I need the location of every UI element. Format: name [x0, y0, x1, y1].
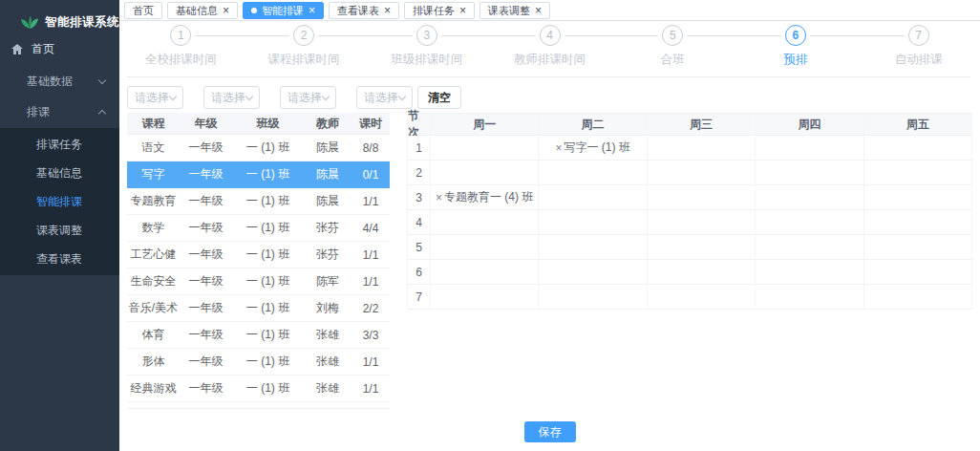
sidebar-subitem-0[interactable]: 排课任务 [0, 130, 119, 159]
course-cell: 工艺心健 [127, 247, 180, 263]
sidebar-subitem-3[interactable]: 课表调整 [0, 216, 119, 245]
sidebar: 智能排课系统 首页 基础数据 排课 排课任务基础信息智能排课课表调整查看课表 [0, 0, 119, 451]
filter-select-1[interactable]: 请选择 [127, 86, 183, 109]
course-row[interactable]: 写字一年级一 (1) 班陈晨0/1 [127, 161, 390, 188]
close-icon[interactable]: × [309, 6, 315, 15]
schedule-cell[interactable] [756, 260, 863, 285]
course-cell: 一年级 [180, 140, 232, 156]
schedule-cell[interactable] [756, 285, 863, 310]
close-icon[interactable]: × [384, 6, 391, 15]
course-row[interactable]: 音乐/美术一年级一 (1) 班刘梅2/2 [127, 295, 390, 322]
schedule-cell[interactable] [431, 210, 539, 235]
schedule-cell[interactable] [648, 235, 756, 260]
tab-5[interactable]: 课表调整× [479, 2, 550, 19]
schedule-cell[interactable] [864, 185, 972, 210]
course-row[interactable]: 经典游戏一年级一 (1) 班张雄1/1 [127, 376, 390, 402]
tab-0[interactable]: 首页 [124, 2, 162, 19]
schedule-cell[interactable] [756, 185, 863, 210]
course-cell: 一年级 [180, 166, 232, 183]
course-cell: 陈军 [304, 273, 352, 290]
schedule-cell[interactable] [539, 285, 647, 310]
close-icon[interactable]: × [535, 6, 542, 15]
course-cell: 1/1 [352, 382, 390, 396]
schedule-cell[interactable] [756, 136, 863, 161]
remove-icon[interactable]: × [436, 191, 442, 204]
period-cell: 7 [408, 285, 431, 310]
course-row[interactable]: 数学一年级一 (1) 班张芬4/4 [127, 215, 390, 242]
schedule-cell[interactable] [648, 185, 756, 210]
course-row[interactable]: 语文一年级一 (1) 班陈晨8/8 [127, 135, 390, 161]
schedule-event: ×专题教育一 (4) 班 [436, 189, 533, 205]
close-icon[interactable]: × [223, 6, 229, 15]
sidebar-item-label: 首页 [32, 41, 54, 57]
sidebar-subitem-1[interactable]: 基础信息 [0, 159, 119, 187]
sidebar-subitem-2[interactable]: 智能排课 [0, 187, 119, 216]
schedule-cell[interactable] [431, 136, 539, 161]
save-button[interactable]: 保存 [524, 421, 576, 442]
schedule-cell[interactable] [864, 210, 972, 235]
sidebar-group-label: 排课 [27, 104, 50, 120]
course-row[interactable]: 专题教育一年级一 (1) 班陈晨1/1 [127, 188, 390, 215]
schedule-cell[interactable] [539, 210, 647, 235]
schedule-cell[interactable] [756, 161, 863, 185]
remove-icon[interactable]: × [555, 141, 562, 155]
tab-3[interactable]: 查看课表× [329, 2, 399, 19]
tab-4[interactable]: 排课任务× [404, 2, 475, 19]
schedule-cell[interactable] [539, 260, 647, 285]
tab-label: 排课任务 [413, 4, 455, 18]
step-6: 6预排 [735, 25, 858, 69]
schedule-cell[interactable] [864, 285, 972, 310]
course-row[interactable]: 形体一年级一 (1) 班张雄1/1 [127, 349, 390, 376]
close-icon[interactable]: × [459, 6, 466, 15]
schedule-cell[interactable] [864, 136, 972, 161]
tab-label: 基础信息 [176, 4, 218, 18]
sidebar-item-home[interactable]: 首页 [0, 36, 119, 61]
schedule-cell[interactable] [648, 260, 756, 285]
course-row[interactable]: 工艺心健一年级一 (1) 班张芬1/1 [127, 242, 390, 268]
course-cell: 8/8 [352, 141, 390, 155]
step-number: 4 [540, 25, 561, 46]
schedule-cell[interactable] [648, 210, 756, 235]
filter-select-4[interactable]: 请选择 [356, 86, 413, 109]
schedule-cell[interactable] [431, 260, 539, 285]
filter-selects: 请选择请选择请选择请选择 [127, 86, 413, 109]
filter-bar: 请选择请选择请选择请选择 清空 [127, 86, 461, 109]
course-cell: 一年级 [180, 247, 232, 263]
schedule-cell[interactable] [539, 161, 647, 185]
step-label: 合班 [661, 52, 685, 68]
schedule-cell[interactable]: ×专题教育一 (4) 班 [431, 185, 539, 210]
schedule-cell[interactable] [648, 285, 756, 310]
schedule-cell[interactable] [864, 260, 972, 285]
sidebar-subitem-4[interactable]: 查看课表 [0, 245, 119, 273]
course-cell: 张雄 [304, 354, 352, 370]
schedule-cell[interactable] [648, 161, 756, 185]
chevron-down-icon [398, 92, 406, 99]
schedule-cell[interactable] [756, 210, 863, 235]
course-cell: 陈晨 [304, 140, 352, 156]
step-label: 全校排课时间 [145, 52, 217, 68]
schedule-cell[interactable] [431, 161, 539, 185]
course-cell: 一年级 [180, 193, 232, 209]
schedule-cell[interactable]: ×写字一 (1) 班 [539, 136, 647, 161]
clear-button[interactable]: 清空 [417, 86, 461, 109]
schedule-cell[interactable] [431, 285, 539, 310]
course-row[interactable]: 体育一年级一 (1) 班张雄3/3 [127, 322, 390, 349]
schedule-cell[interactable] [864, 161, 972, 185]
course-row[interactable]: 生命安全一年级一 (1) 班陈军1/1 [127, 268, 390, 295]
schedule-cell[interactable] [431, 235, 539, 260]
filter-select-3[interactable]: 请选择 [280, 86, 336, 109]
schedule-cell[interactable] [539, 185, 647, 210]
schedule-cell[interactable] [756, 235, 863, 260]
schedule-cell[interactable] [648, 136, 756, 161]
sidebar-group-scheduling[interactable]: 排课 [0, 99, 119, 124]
filter-select-2[interactable]: 请选择 [203, 86, 260, 109]
schedule-cell[interactable] [539, 235, 647, 260]
schedule-column-header: 周一 [431, 114, 539, 136]
course-cell: 1/1 [352, 195, 390, 208]
schedule-cell[interactable] [864, 235, 972, 260]
tab-1[interactable]: 基础信息× [167, 2, 238, 19]
period-cell: 1 [408, 136, 431, 161]
course-cell: 张雄 [304, 327, 352, 343]
tab-2[interactable]: 智能排课× [243, 2, 324, 19]
sidebar-group-basic-data[interactable]: 基础数据 [0, 69, 119, 94]
